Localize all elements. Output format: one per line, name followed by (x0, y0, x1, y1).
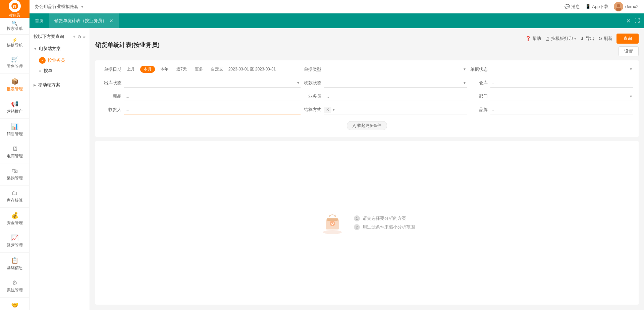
pay-status-select[interactable]: ▾ (324, 81, 467, 85)
tip-num-1: 1 (354, 215, 360, 221)
mobile-schema-header[interactable]: ▶ 移动端方案 (30, 80, 90, 90)
receiver-control[interactable]: … (124, 105, 301, 114)
message-button[interactable]: 💬 消息 (565, 4, 580, 10)
sidebar-item-operation[interactable]: 📈 经营管理 (0, 230, 29, 253)
doc-status-control[interactable]: ▾ (490, 65, 633, 74)
empty-inner: 1 请先选择要分析的方案 2 用过滤条件来缩小分析范围 (319, 209, 415, 236)
schema-order-item[interactable]: ≡ 按单 (39, 66, 90, 76)
username-label: demo2 (625, 4, 639, 9)
out-status-control[interactable]: ▾ (124, 78, 301, 88)
tab-close-button[interactable]: ✕ (109, 18, 113, 23)
message-icon: 💬 (565, 4, 570, 9)
enterprise-icon: 🤝 (0, 302, 29, 309)
search-label: 搜索菜单 (7, 26, 23, 31)
sidebar-item-marketing[interactable]: 📢 营销推广 (0, 96, 29, 119)
right-panel: 销货单统计表(按业务员) ❓ 帮助 🖨 按模板打印 ▾ ⬇ (90, 28, 644, 310)
filter-brand: 品牌 … (467, 105, 633, 114)
tab-actions: ✕ ⛶ (625, 16, 644, 25)
tip-text-1: 请先选择要分析的方案 (363, 215, 406, 221)
date-custom[interactable]: 自定义 (208, 66, 226, 73)
doc-type-control[interactable]: ▾ (324, 65, 467, 74)
date-label: 单据日期 (101, 66, 124, 72)
out-status-select[interactable]: ▾ (124, 81, 301, 85)
tab-expand-button[interactable]: ⛶ (633, 16, 641, 25)
pay-status-control[interactable]: ▾ (324, 78, 467, 88)
doc-status-select[interactable]: ▾ (490, 67, 633, 71)
query-button[interactable]: 查询 (616, 34, 639, 44)
user-menu[interactable]: demo2 (614, 2, 639, 11)
tab-home[interactable]: 首页 (30, 13, 49, 28)
sidebar: 好 标账员 🔍 搜索菜单 ⚡ 快捷导航 🛒 零售管理 📦 批发管理 📢 营销推广… (0, 0, 30, 310)
breadcrumb-arrow[interactable]: ▾ (81, 4, 83, 9)
sidebar-item-enterprise[interactable]: 🤝 企业协同 (0, 298, 29, 310)
filter-doc-type: 单据类型 ▾ (301, 65, 467, 74)
sidebar-item-ecommerce[interactable]: 🖥 电商管理 (0, 141, 29, 163)
sidebar-item-finance[interactable]: 💰 资金管理 (0, 208, 29, 230)
basic-label: 基础信息 (0, 265, 29, 271)
svg-point-8 (330, 221, 335, 226)
pc-schema-header[interactable]: ▼ 电脑端方案 (30, 44, 90, 54)
tab-close-all-button[interactable]: ✕ (625, 16, 632, 25)
schema-salesman-item[interactable]: ✓ 按业务员 (39, 55, 90, 66)
settle-tag-close[interactable]: ✕ (326, 107, 329, 112)
sidebar-item-wholesale[interactable]: 📦 批发管理 (0, 74, 29, 96)
warehouse-more[interactable]: … (492, 81, 496, 85)
export-button[interactable]: ⬇ 导出 (580, 36, 594, 42)
filter-doc-status: 单据状态 ▾ (467, 65, 633, 74)
sidebar-item-basic[interactable]: 📋 基础信息 (0, 253, 29, 275)
sidebar-item-system[interactable]: ⚙ 系统管理 (0, 275, 29, 298)
goods-more[interactable]: … (125, 94, 129, 99)
help-button[interactable]: ❓ 帮助 (525, 36, 541, 42)
schema-add-icon[interactable]: + (73, 34, 75, 39)
sidebar-item-retail[interactable]: 🛒 零售管理 (0, 51, 29, 74)
sidebar-item-inventory[interactable]: 🗂 库存核算 (0, 186, 29, 208)
doc-type-select[interactable]: ▾ (324, 67, 467, 71)
warehouse-control[interactable]: … (490, 78, 633, 88)
collapse-arrow: ⋀ (353, 123, 356, 128)
export-label: 导出 (586, 36, 594, 42)
pc-schema-group: ▼ 电脑端方案 ✓ 按业务员 ≡ 按单 (30, 42, 90, 79)
empty-state: 1 请先选择要分析的方案 2 用过滤条件来缩小分析范围 (95, 141, 639, 305)
search-menu[interactable]: 🔍 搜索菜单 (0, 18, 29, 35)
brand-more[interactable]: … (492, 107, 496, 112)
warehouse-label: 仓库 (467, 80, 490, 86)
schema-collapse-icon[interactable]: « (83, 34, 86, 39)
quick-nav[interactable]: ⚡ 快捷导航 (0, 35, 29, 51)
filter-goods: 商品 … (101, 92, 301, 101)
left-panel: 按以下方案查询 + ⊙ « ▼ 电脑端方案 ✓ 按业务员 (30, 28, 90, 310)
topbar-right: 💬 消息 📱 App下载 demo2 (565, 2, 639, 11)
date-this-month[interactable]: 本月 (140, 66, 155, 73)
dept-control[interactable]: ▾ (490, 92, 633, 101)
setting-button[interactable]: 设置 (619, 46, 639, 56)
empty-icon (319, 209, 346, 236)
salesman-more[interactable]: … (325, 94, 329, 99)
sidebar-item-purchase[interactable]: 🛍 采购管理 (0, 163, 29, 186)
app-download-button[interactable]: 📱 App下载 (585, 4, 608, 10)
sidebar-item-sales[interactable]: 📊 销售管理 (0, 119, 29, 141)
empty-tip-1: 1 请先选择要分析的方案 (354, 215, 415, 221)
brand-control[interactable]: … (490, 105, 633, 114)
settle-control[interactable]: ✕ ▾ (324, 105, 467, 114)
collapse-button[interactable]: ⋀ 收起更多条件 (347, 121, 387, 130)
date-last-month[interactable]: 上月 (124, 66, 138, 73)
date-this-year[interactable]: 本年 (158, 66, 171, 73)
goods-control[interactable]: … (124, 92, 301, 101)
schema-edit-icon[interactable]: ⊙ (77, 34, 81, 39)
salesman-control[interactable]: … (324, 92, 467, 101)
date-more[interactable]: 更多 (192, 66, 206, 73)
settle-tag: ✕ (324, 107, 331, 113)
out-status-label: 出库状态 (101, 80, 124, 86)
date-7days[interactable]: 近7天 (174, 66, 190, 73)
tip-num-2: 2 (354, 224, 360, 230)
filter-row-2: 出库状态 ▾ 收款状态 ▾ (101, 78, 633, 88)
dept-select[interactable]: ▾ (490, 94, 633, 99)
refresh-button[interactable]: ↻ 刷新 (598, 36, 612, 42)
order-icon: ≡ (39, 68, 42, 73)
print-button[interactable]: 🖨 按模板打印 ▾ (545, 36, 576, 42)
filter-pay-status: 收款状态 ▾ (301, 78, 467, 88)
receiver-more[interactable]: … (125, 107, 129, 112)
dept-label: 部门 (467, 93, 490, 99)
svg-point-4 (616, 8, 621, 11)
collapse-label: 收起更多条件 (357, 123, 381, 128)
tab-report[interactable]: 销货单统计表（按业务员） ✕ (49, 13, 119, 28)
